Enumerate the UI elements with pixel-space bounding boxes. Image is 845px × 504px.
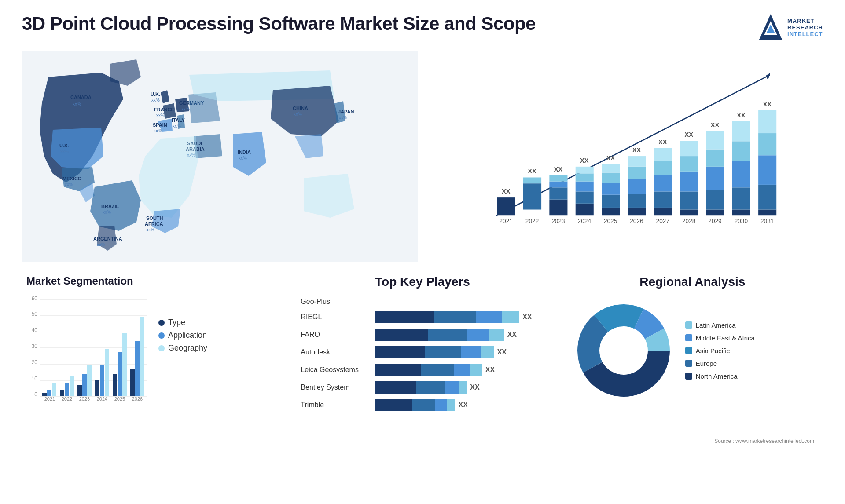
legend-type: Type bbox=[158, 318, 207, 327]
players-list: Geo-Plus RIEGL XX bbox=[301, 298, 544, 411]
year-2029: 2029 bbox=[708, 218, 721, 224]
map-canada-value: xx% bbox=[73, 102, 81, 106]
legend-latam-label: Latin America bbox=[696, 321, 736, 329]
player-name-autodesk: Autodesk bbox=[301, 348, 371, 356]
legend-northam-color bbox=[685, 373, 692, 380]
year-2024: 2024 bbox=[578, 218, 592, 224]
map-canada-label: CANADA bbox=[70, 95, 92, 100]
map-spain-value: xx% bbox=[154, 128, 162, 133]
seg-x-2025: 2025 bbox=[114, 396, 125, 402]
map-japan-label: JAPAN bbox=[338, 109, 354, 114]
player-bar-autodesk: XX bbox=[375, 346, 544, 358]
player-bar-bentley: XX bbox=[375, 381, 544, 394]
map-us-label: U.S. bbox=[59, 143, 69, 148]
bar-val-2025: XX bbox=[606, 154, 615, 161]
world-map-svg: CANADA xx% U.S. xx% MEXICO xx% BRAZIL xx… bbox=[22, 51, 418, 262]
logo-text: MARKET RESEARCH INTELLECT bbox=[787, 18, 823, 37]
map-southafrica-label: SOUTH bbox=[146, 215, 163, 221]
map-us-value: xx% bbox=[60, 149, 69, 154]
svg-rect-69 bbox=[87, 365, 92, 396]
svg-rect-6 bbox=[497, 197, 515, 215]
y-20: 20 bbox=[32, 359, 38, 365]
page-title: 3D Point Cloud Processing Software Marke… bbox=[22, 13, 536, 34]
legend-northam: North America bbox=[685, 373, 755, 380]
logo-line3: INTELLECT bbox=[787, 31, 823, 37]
svg-rect-61 bbox=[42, 393, 47, 396]
svg-rect-12 bbox=[549, 182, 567, 188]
svg-rect-37 bbox=[680, 156, 698, 172]
map-uk-value: xx% bbox=[151, 98, 160, 102]
map-brazil-value: xx% bbox=[103, 210, 111, 215]
svg-rect-74 bbox=[118, 352, 122, 396]
source-text: Source : www.marketresearchintellect.com bbox=[714, 438, 814, 444]
bar-val-2027: XX bbox=[658, 139, 667, 146]
legend-geo-label: Geography bbox=[168, 343, 207, 353]
svg-rect-26 bbox=[628, 179, 646, 194]
svg-rect-66 bbox=[70, 376, 74, 396]
y-60: 60 bbox=[32, 296, 38, 302]
svg-rect-41 bbox=[706, 167, 724, 190]
map-uk-label: U.K. bbox=[151, 91, 160, 97]
svg-rect-23 bbox=[602, 164, 620, 172]
svg-rect-38 bbox=[680, 141, 698, 156]
legend-mea-label: Middle East & Africa bbox=[696, 334, 755, 342]
player-val-autodesk: XX bbox=[497, 348, 507, 356]
svg-rect-35 bbox=[680, 191, 698, 209]
player-row-faro: FARO XX bbox=[301, 329, 544, 341]
svg-rect-52 bbox=[758, 133, 776, 155]
map-brazil-label: BRAZIL bbox=[101, 204, 119, 209]
top-row: CANADA xx% U.S. xx% MEXICO xx% BRAZIL xx… bbox=[22, 51, 823, 262]
svg-rect-24 bbox=[628, 208, 646, 215]
map-southafrica-value: xx% bbox=[146, 227, 154, 232]
svg-rect-22 bbox=[602, 173, 620, 183]
logo-line1: MARKET bbox=[787, 18, 815, 24]
svg-rect-18 bbox=[576, 167, 594, 174]
svg-rect-40 bbox=[706, 190, 724, 210]
player-row-leica: Leica Geosystems XX bbox=[301, 364, 544, 376]
legend-europe-color bbox=[685, 360, 692, 367]
svg-rect-17 bbox=[576, 173, 594, 181]
svg-marker-5 bbox=[766, 73, 771, 80]
seg-x-2023: 2023 bbox=[79, 396, 90, 402]
regional-legend: Latin America Middle East & Africa Asia … bbox=[685, 321, 755, 380]
legend-latam: Latin America bbox=[685, 321, 755, 329]
bar-val-2030: XX bbox=[737, 112, 746, 119]
svg-rect-53 bbox=[758, 110, 776, 133]
player-bar-trimble: XX bbox=[375, 399, 544, 411]
legend-apac-color bbox=[685, 347, 692, 354]
legend-application: Application bbox=[158, 331, 207, 340]
svg-rect-78 bbox=[140, 317, 144, 396]
svg-rect-31 bbox=[654, 175, 672, 191]
segmentation-legend: Type Application Geography bbox=[158, 318, 207, 353]
y-0: 0 bbox=[34, 391, 37, 398]
player-name-leica: Leica Geosystems bbox=[301, 366, 371, 374]
map-japan-value: xx% bbox=[339, 115, 347, 120]
svg-rect-14 bbox=[576, 204, 594, 215]
key-players-title: Top Key Players bbox=[301, 275, 544, 289]
map-india-value: xx% bbox=[239, 156, 247, 161]
player-name-trimble: Trimble bbox=[301, 401, 371, 409]
svg-rect-30 bbox=[654, 191, 672, 208]
map-france-value: xx% bbox=[156, 113, 165, 118]
map-italy-value: xx% bbox=[173, 124, 181, 128]
segmentation-title: Market Segmentation bbox=[26, 275, 279, 287]
year-2023: 2023 bbox=[551, 218, 565, 224]
bar-val-2031: XX bbox=[763, 101, 772, 108]
y-50: 50 bbox=[32, 311, 38, 317]
legend-geo-dot bbox=[158, 345, 165, 351]
svg-rect-28 bbox=[628, 156, 646, 167]
player-name-faro: FARO bbox=[301, 331, 371, 339]
map-india-label: INDIA bbox=[238, 150, 251, 155]
header: 3D Point Cloud Processing Software Marke… bbox=[22, 13, 823, 42]
player-bar-faro: XX bbox=[375, 329, 544, 341]
svg-rect-49 bbox=[758, 210, 776, 216]
svg-rect-48 bbox=[732, 121, 750, 142]
svg-rect-20 bbox=[602, 195, 620, 208]
map-china-value: xx% bbox=[294, 112, 302, 117]
seg-x-2022: 2022 bbox=[62, 396, 72, 402]
svg-rect-72 bbox=[105, 349, 109, 396]
map-argentina-value: xx% bbox=[97, 242, 105, 247]
regional-content: Latin America Middle East & Africa Asia … bbox=[571, 298, 814, 403]
logo-icon bbox=[759, 13, 783, 42]
year-2028: 2028 bbox=[682, 218, 696, 224]
